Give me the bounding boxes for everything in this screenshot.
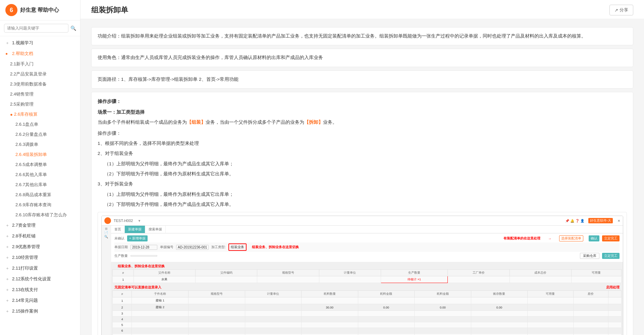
search-input[interactable] <box>4 24 68 33</box>
sidebar-item-customize[interactable]: ＋ 2.12系统个性化设置 <box>0 274 80 284</box>
sidebar-item-otheroutstock[interactable]: 2.6.7其他出库单 <box>0 180 80 190</box>
ss-col2-consume: 耗料数量 <box>302 291 358 297</box>
role-block: 使用角色：通常由生产人员或库管人员完成拆装业务的操作，库管人员确认原材料的出库和… <box>91 49 633 67</box>
table-row: 3 <box>113 311 622 317</box>
nav-section: ＋ 1.视频学习 ● 2.帮助文档 2.1新手入门 2.2产品安装及登录 2.3… <box>0 36 80 318</box>
ss-titlebar-text: TEST-H002 <box>114 219 133 223</box>
sidebar-item-purchase[interactable]: 2.5采购管理 <box>0 99 80 109</box>
ss-content: 首页 新建单据 搜索单据 未确认 + 新增单据 <box>111 226 623 335</box>
sidebar-item-stockerror[interactable]: 2.6.10库存账本错了怎么办 <box>0 210 80 220</box>
sidebar-item-inventory[interactable]: ● 2.6库存核算 <box>0 109 80 119</box>
ss-btn-save[interactable]: 立定完工 <box>602 253 620 259</box>
sidebar-item-onlinepay[interactable]: ＋ 2.13在线支付 <box>0 284 80 295</box>
sidebar-item-data[interactable]: 2.3使用前数据准备 <box>0 79 80 89</box>
ss-col2-name: 子件名称 <box>132 291 189 297</box>
sidebar-item-operation[interactable]: ＋ 2.10经营管理 <box>0 252 80 263</box>
ss-cell-qty: 待核计 ×1 <box>381 276 448 283</box>
sidebar: 6 好生意 帮助中心 🔍 ＋ 1.视频学习 ● 2.帮助文档 2.1新手入门 2… <box>0 0 80 335</box>
ss-col2-num: # <box>113 291 132 297</box>
sidebar-item-video[interactable]: ＋ 1.视频学习 <box>0 38 80 48</box>
sidebar-item-otherinstock[interactable]: 2.6.6其他入库单 <box>0 170 80 180</box>
ss-tab-new[interactable]: 新建单据 <box>125 226 145 233</box>
sidebar-item-costadj[interactable]: 2.6.5成本调整单 <box>0 160 80 170</box>
table-row: 1 蜜柚 1 <box>113 297 622 304</box>
ss-form-row-1: 未确认 + 新增单据 有装配清单的在这里处理 → 选择装配清单 确认 立定完工 <box>114 235 620 241</box>
ss-main-layout: ⊞ 📄 🔍 首页 新建单据 搜索单据 <box>102 226 623 335</box>
sidebar-item-help[interactable]: ● 2.帮助文档 <box>0 48 80 59</box>
sidebar-item-assembly[interactable]: 2.6.4组装拆卸单 <box>0 150 80 160</box>
ss-label-docno: 单据编号 <box>160 245 173 249</box>
sidebar-item-goodscost[interactable]: 2.6.8商品成本重算 <box>0 190 80 200</box>
ss-notice-text: 有装配清单的在这里处理 <box>503 236 540 241</box>
ss-tab-search[interactable]: 搜索单据 <box>145 226 166 233</box>
ss-col-num: # <box>113 270 134 276</box>
table-row: 1 水果 待核计 ×1 <box>113 276 622 283</box>
ss-search-icon: 🔍 <box>104 235 108 238</box>
sidebar-item-install[interactable]: 2.2产品安装及登录 <box>0 69 80 79</box>
sidebar-header: 6 好生意 帮助中心 <box>0 0 80 20</box>
ss-col-parent-code: 父件编码 <box>196 270 257 276</box>
scene1-desc: 当由多个子件材料组装成一个成品的业务为【组装】业务，当由一个父件拆分成多个子产品… <box>98 118 627 126</box>
plus-icon: ＋ <box>5 309 10 314</box>
ss-assembly-annotation-bar: 组装业务、拆卸业务在这里切换 <box>111 262 623 269</box>
ss-cell-num: 1 <box>113 276 134 283</box>
search-box[interactable]: 🔍 <box>0 20 80 36</box>
ss-assembly-annotation: 组装业务、拆卸业务在这里切换 <box>118 264 165 268</box>
sidebar-item-stockledger[interactable]: 2.6.9库存账本查询 <box>0 200 80 210</box>
ss-btn-add[interactable]: + 新增单据 <box>127 235 148 241</box>
steps-intro: 操作步骤： <box>98 129 627 137</box>
ss-cell-name: 水果 <box>133 276 195 283</box>
ss-lower-table-container: # 子件名称 规格型号 计量单位 耗料数量 耗料金额 耗料金额 账存数量 <box>111 290 623 335</box>
ss-input-docno[interactable]: AD-201912236-001 <box>176 245 209 250</box>
ss-cell-tp <box>509 276 571 283</box>
ss-logo-icon <box>104 217 111 224</box>
plus-icon: ＋ <box>5 255 10 261</box>
ss-label-status: 未确认 <box>114 236 124 241</box>
step3-2: （2）下部明细为子件明细，最终作为产成品生成其它入库单。 <box>104 201 627 209</box>
ss-form-row-2: 单据日期 2019-12-28 单据编号 AD-201912236-001 加工… <box>114 242 620 252</box>
ss-titlebar: TEST-H002 ▼ 📌 🔔 ❓ 👤 好生意软件-大 ✕ <box>102 216 623 226</box>
sidebar-item-mobile[interactable]: ＋ 2.8手机旺铺 <box>0 231 80 241</box>
sidebar-item-finance[interactable]: ＋ 2.7资金管理 <box>0 220 80 231</box>
sidebar-item-sales[interactable]: 2.4销售管理 <box>0 89 80 99</box>
share-button[interactable]: ↗ 分享 <box>609 5 633 15</box>
ss-warehouse-input[interactable]: 采购仓库 <box>580 253 599 259</box>
sidebar-item-print[interactable]: ＋ 2.11打印设置 <box>0 263 80 274</box>
ss-input-date[interactable]: 2019-12-28 <box>130 245 157 250</box>
intro-text: 功能介绍：组装拆卸单用来处理企业组装或拆卸等加工业务，支持有固定装配清单的产品加… <box>98 34 586 39</box>
ss-label-type: 加工类型: <box>211 245 226 249</box>
sidebar-item-cases[interactable]: ＋ 2.15操作案例 <box>0 306 80 317</box>
sidebar-item-faq[interactable]: ＋ 2.14常见问题 <box>0 295 80 306</box>
sidebar-item-adjust[interactable]: 2.6.3调拨单 <box>0 139 80 150</box>
ss-cell-unit <box>319 276 381 283</box>
ss-confirm-btn[interactable]: 选择装配清单 <box>559 235 583 241</box>
ss-icons: 📌 🔔 ❓ 👤 <box>565 219 584 223</box>
ss-confirm-annotation: 启用处理 <box>606 285 620 290</box>
table-row: 6 <box>113 328 622 334</box>
sidebar-item-newbie[interactable]: 2.1新手入门 <box>0 59 80 69</box>
step1: 1、根据不同的业务，选择不同单据的类型来处理 <box>98 139 627 148</box>
sidebar-item-coupon[interactable]: ＋ 2.9优惠券管理 <box>0 241 80 252</box>
ss-col2-amount: 耗料金额 <box>358 291 415 297</box>
ss-btn-confirm2[interactable]: 立定完工 <box>602 235 620 241</box>
minus-icon: ● <box>5 51 10 56</box>
ss-label-count: 生产数量 <box>114 254 128 258</box>
ss-btn-other[interactable]: 确认 <box>589 235 599 241</box>
ss-col-spec: 规格型号 <box>257 270 319 276</box>
plus-icon: ＋ <box>5 223 10 228</box>
ss-input-count[interactable] <box>130 255 157 257</box>
ss-assembly-type[interactable]: 组装业务 <box>228 243 247 251</box>
sidebar-item-stocktake[interactable]: 2.6.1盘点单 <box>0 119 80 129</box>
ss-home-icon: ⊞ <box>105 227 108 230</box>
ss-left-sidebar: ⊞ 📄 🔍 <box>102 226 111 335</box>
ss-col2-avail: 可用量 <box>528 291 573 297</box>
screenshot: TEST-H002 ▼ 📌 🔔 ❓ 👤 好生意软件-大 ✕ ⊞ 📄 🔍 <box>101 216 623 335</box>
search-button[interactable]: 🔍 <box>70 25 76 31</box>
content-area: 功能介绍：组装拆卸单用来处理企业组装或拆卸等加工业务，支持有固定装配清单的产品加… <box>80 19 644 335</box>
path-text: 页面路径：1、库存核算->库存管理->组装拆卸单 2、首页->常用功能 <box>98 77 238 82</box>
ss-tab-home[interactable]: 首页 <box>111 226 125 233</box>
app-title: 好生意 帮助中心 <box>20 7 59 14</box>
table-row: 2 蜜柚 2 30.00 0.00 0.00 0.00 <box>113 304 622 311</box>
table-row: 7 <box>113 334 622 335</box>
sidebar-item-stockdistrib[interactable]: 2.6.2分量盘点单 <box>0 129 80 139</box>
